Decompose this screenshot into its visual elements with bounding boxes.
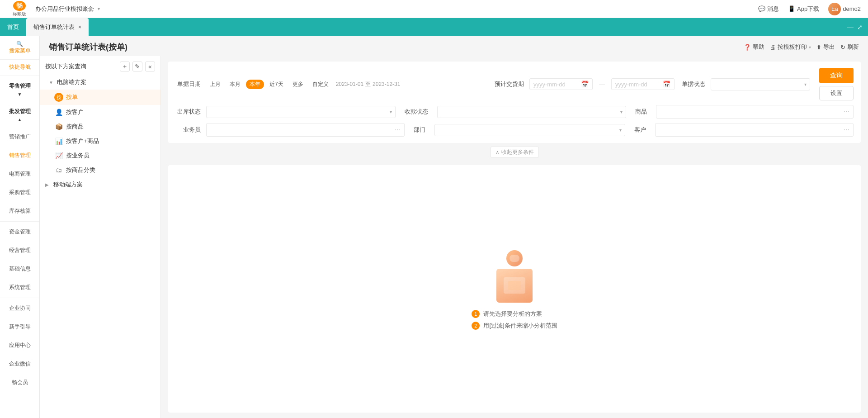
sidebar-item-wholesale[interactable]: 批发管理 ▲ xyxy=(0,102,39,128)
date-btn-this-year[interactable]: 本年 xyxy=(246,80,264,89)
ecommerce-label: 电商管理 xyxy=(9,170,31,178)
help-button[interactable]: ❓ 帮助 xyxy=(744,43,764,51)
username-label: demo2 xyxy=(843,5,861,12)
salesperson-dots-icon[interactable]: ··· xyxy=(395,126,401,134)
user-avatar: Ea xyxy=(828,3,841,15)
product-dots-icon[interactable]: ··· xyxy=(844,108,849,116)
doc-status-select[interactable] xyxy=(711,78,810,90)
search-icon: 🔍 xyxy=(16,41,23,47)
tree-item-by-customer-product[interactable]: 📊 按客户+商品 xyxy=(40,134,160,148)
date-btn-last-month[interactable]: 上月 xyxy=(206,80,224,89)
expected-date-start-field[interactable] xyxy=(533,81,579,88)
tab-close-icon[interactable]: × xyxy=(78,24,81,30)
edit-scheme-button[interactable]: ✎ xyxy=(132,62,142,71)
sidebar-item-system[interactable]: 系统管理 xyxy=(0,278,39,297)
query-button[interactable]: 查询 xyxy=(819,68,854,83)
payment-status-select[interactable] xyxy=(437,106,627,118)
expected-date-end-input[interactable]: 📅 xyxy=(611,78,675,90)
hint-1-text: 请先选择要分析的方案 xyxy=(483,310,542,318)
page-header: 销售订单统计表(按单) ❓ 帮助 🖨 按模板打印 ▾ ⬆ 导出 ↻ 刷新 xyxy=(40,36,868,56)
sidebar-item-retail[interactable]: 零售管理 ▼ xyxy=(0,77,39,102)
sidebar-item-enterprise[interactable]: 企业协同 xyxy=(0,299,39,318)
delivery-status-select[interactable] xyxy=(206,106,396,118)
inner-layout: 按以下方案查询 + ✎ « ▼ 电脑端方案 按 按单 xyxy=(40,56,868,418)
date-btn-this-month[interactable]: 本月 xyxy=(226,80,244,89)
tree-item-by-salesperson[interactable]: 📈 按业务员 xyxy=(40,148,160,163)
content: 销售订单统计表(按单) ❓ 帮助 🖨 按模板打印 ▾ ⬆ 导出 ↻ 刷新 xyxy=(40,36,868,418)
settings-button[interactable]: 设置 xyxy=(819,86,854,100)
quick-nav-label: 快捷导航 xyxy=(9,64,31,70)
date-range-separator: 至 xyxy=(365,81,371,88)
refresh-icon: ↻ xyxy=(840,44,845,51)
collapse-panel-button[interactable]: « xyxy=(145,62,155,71)
expected-date-start-input[interactable]: 📅 xyxy=(529,78,593,90)
tree-section-desktop[interactable]: ▼ 电脑端方案 xyxy=(40,75,160,90)
empty-state: 1 请先选择要分析的方案 2 用[过滤]条件来缩小分析范围 xyxy=(168,165,861,413)
tree-item-by-order[interactable]: 按 按单 xyxy=(40,90,160,105)
date-btn-custom[interactable]: 自定义 xyxy=(309,80,332,89)
date-btn-last7[interactable]: 近7天 xyxy=(266,80,287,89)
calendar-end-icon[interactable]: 📅 xyxy=(663,81,670,88)
action-buttons: 查询 设置 xyxy=(819,68,854,100)
calendar-start-icon[interactable]: 📅 xyxy=(581,81,589,88)
app-download-button[interactable]: 📱 App下载 xyxy=(788,5,819,13)
payment-status-label: 收款状态 xyxy=(401,108,432,116)
minimize-icon[interactable]: — xyxy=(847,24,854,31)
salesperson-input[interactable] xyxy=(210,127,395,133)
print-button[interactable]: 🖨 按模板打印 ▾ xyxy=(770,43,811,51)
wechat-label: 企业微信 xyxy=(9,360,31,368)
doc-status-label: 单据状态 xyxy=(680,80,705,88)
maximize-icon[interactable]: ⤢ xyxy=(857,24,863,31)
sidebar-item-operations[interactable]: 经营管理 xyxy=(0,241,39,260)
sidebar-item-purchase[interactable]: 采购管理 xyxy=(0,183,39,202)
sidebar-item-member[interactable]: 畅会员 xyxy=(0,373,39,392)
message-button[interactable]: 💬 消息 xyxy=(758,5,779,13)
sidebar-item-finance[interactable]: 资金管理 xyxy=(0,223,39,241)
export-button[interactable]: ⬆ 导出 xyxy=(816,43,835,51)
collapse-button[interactable]: ∧ 收起更多条件 xyxy=(491,147,539,158)
sidebar-item-wechat[interactable]: 企业微信 xyxy=(0,355,39,373)
date-shortcuts-group: 上月 本月 本年 近7天 更多 自定义 2023-01-01 至 2023-12… xyxy=(206,80,486,89)
sidebar-search[interactable]: 🔍 搜索菜单 xyxy=(0,36,39,60)
tree-item-by-category[interactable]: 🗂 按商品分类 xyxy=(40,163,160,177)
tab-home[interactable]: 首页 xyxy=(0,18,26,36)
tree-item-by-customer[interactable]: 👤 按客户 xyxy=(40,105,160,119)
message-label: 消息 xyxy=(767,5,779,13)
inventory-label: 库存核算 xyxy=(9,207,31,215)
sidebar-quick-nav[interactable]: 快捷导航 xyxy=(0,60,39,75)
expected-date-end-field[interactable] xyxy=(615,81,661,88)
user-profile[interactable]: Ea demo2 xyxy=(828,3,861,15)
tree-label-by-customer-product: 按客户+商品 xyxy=(66,137,99,145)
help-icon: ❓ xyxy=(744,44,751,51)
sidebar-item-ecommerce[interactable]: 电商管理 xyxy=(0,165,39,183)
department-select[interactable] xyxy=(434,124,625,136)
tab-sales-stat[interactable]: 销售订单统计表 × xyxy=(26,18,89,36)
sidebar-item-inventory[interactable]: 库存核算 xyxy=(0,202,39,220)
tree-item-by-product[interactable]: 📦 按商品 xyxy=(40,119,160,134)
tree-icon-customer-product: 📊 xyxy=(54,138,63,145)
sidebar-item-appcenter[interactable]: 应用中心 xyxy=(0,336,39,355)
export-icon: ⬆ xyxy=(816,44,821,51)
sidebar-item-sales[interactable]: 销售管理 xyxy=(0,146,39,165)
sidebar-item-marketing[interactable]: 营销推广 xyxy=(0,128,39,146)
delivery-status-label: 出库状态 xyxy=(175,108,201,116)
tabbar: 首页 销售订单统计表 × — ⤢ xyxy=(0,18,868,36)
print-arrow-icon: ▾ xyxy=(809,45,811,50)
help-label: 帮助 xyxy=(753,43,764,51)
refresh-button[interactable]: ↻ 刷新 xyxy=(840,43,859,51)
tree-label-by-category: 按商品分类 xyxy=(66,166,95,174)
customer-dots-icon[interactable]: ··· xyxy=(844,126,849,134)
enterprise-label: 企业协同 xyxy=(9,304,31,312)
wholesale-arrow-icon: ▲ xyxy=(18,117,22,122)
add-scheme-button[interactable]: + xyxy=(120,62,130,71)
product-input[interactable] xyxy=(660,109,843,115)
tree-mobile-label: 移动端方案 xyxy=(53,180,83,189)
sidebar-item-newbie[interactable]: 新手引导 xyxy=(0,318,39,336)
left-panel-title: 按以下方案查询 xyxy=(45,62,86,71)
tree-section-mobile[interactable]: ▶ 移动端方案 xyxy=(40,177,160,192)
date-btn-more[interactable]: 更多 xyxy=(289,80,307,89)
app-dropdown-icon[interactable]: ▾ xyxy=(98,6,100,11)
sidebar-item-basic[interactable]: 基础信息 xyxy=(0,260,39,278)
customer-label: 客户 xyxy=(631,126,650,134)
customer-input[interactable] xyxy=(659,127,844,133)
